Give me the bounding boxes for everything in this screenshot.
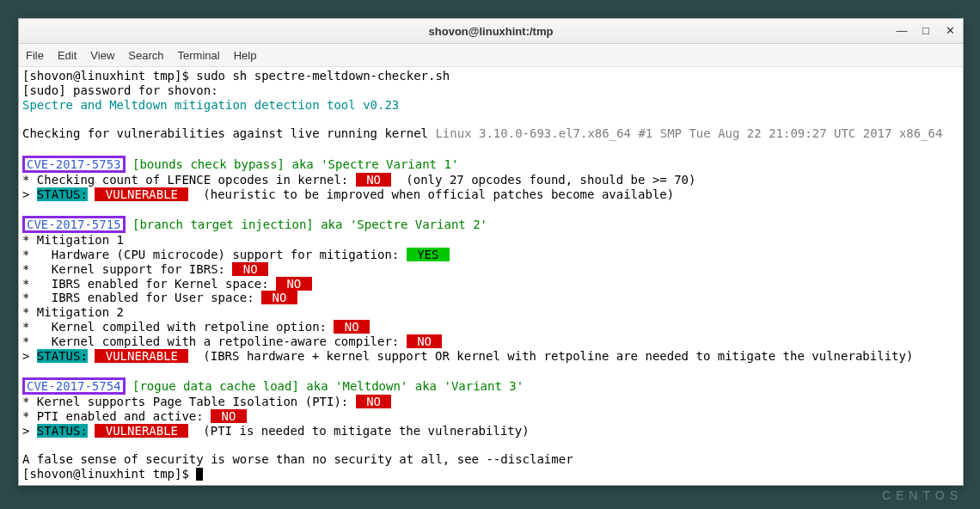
badge-yes: YES xyxy=(407,248,450,261)
command: sudo sh spectre-meltdown-checker.sh xyxy=(196,69,450,83)
cve-desc: [bounds check bypass] aka 'Spectre Varia… xyxy=(132,157,458,171)
kernel-version: Linux 3.10.0-693.el7.x86_64 #1 SMP Tue A… xyxy=(435,126,942,140)
badge-vulnerable: VULNERABLE xyxy=(95,349,188,363)
cve-highlight-box: CVE-2017-5754 xyxy=(22,377,126,395)
desktop-brand: CENTOS xyxy=(882,488,963,502)
menu-terminal[interactable]: Terminal xyxy=(178,49,220,62)
status-note: (heuristic to be improved when official … xyxy=(188,187,674,201)
badge-no: NO xyxy=(261,291,297,304)
prompt: [shovon@linuxhint tmp]$ xyxy=(22,69,196,83)
badge-vulnerable: VULNERABLE xyxy=(95,424,188,438)
badge-no: NO xyxy=(356,173,392,187)
check-note: (only 27 opcodes found, should be >= 70) xyxy=(391,173,695,187)
status-label: STATUS: xyxy=(37,187,88,201)
check-line: * Kernel supports Page Table Isolation (… xyxy=(22,395,356,408)
badge-no: NO xyxy=(334,320,370,334)
window-title: shovon@linuxhint:/tmp xyxy=(19,25,963,38)
minimize-button[interactable]: ― xyxy=(894,22,910,38)
status-note: (IBRS hardware + kernel support OR kerne… xyxy=(188,349,913,363)
check-line: * IBRS enabled for Kernel space: xyxy=(22,277,276,291)
status-label: STATUS: xyxy=(37,424,88,438)
cve-id: CVE-2017-5715 xyxy=(27,218,121,231)
check-line: * Checking count of LFENCE opcodes in ke… xyxy=(22,173,356,187)
check-text: Checking for vulnerabilities against liv… xyxy=(22,126,435,140)
terminal-window: shovon@linuxhint:/tmp ― □ ✕ File Edit Vi… xyxy=(18,18,964,486)
cve-id: CVE-2017-5754 xyxy=(27,379,121,393)
menu-view[interactable]: View xyxy=(90,49,114,62)
cve-desc: [branch target injection] aka 'Spectre V… xyxy=(132,218,487,231)
window-controls: ― □ ✕ xyxy=(894,22,958,38)
menu-file[interactable]: File xyxy=(26,49,44,62)
check-line: * Kernel compiled with a retpoline-aware… xyxy=(22,334,407,348)
badge-no: NO xyxy=(356,395,392,408)
cve-highlight-box: CVE-2017-5753 xyxy=(22,156,126,173)
check-line: * PTI enabled and active: xyxy=(22,409,211,423)
cve-id: CVE-2017-5753 xyxy=(27,157,121,171)
titlebar: shovon@linuxhint:/tmp ― □ ✕ xyxy=(19,19,963,44)
badge-no: NO xyxy=(211,409,247,423)
status-label: STATUS: xyxy=(37,349,88,363)
close-button[interactable]: ✕ xyxy=(942,22,958,38)
menu-edit[interactable]: Edit xyxy=(58,49,77,62)
badge-no: NO xyxy=(232,262,268,276)
check-line: * Kernel support for IBRS: xyxy=(22,262,232,276)
cve-desc: [rogue data cache load] aka 'Meltdown' a… xyxy=(132,379,524,393)
mitigation-header: * Mitigation 2 xyxy=(22,305,124,319)
menubar: File Edit View Search Terminal Help xyxy=(19,44,963,67)
disclaimer: A false sense of security is worse than … xyxy=(22,452,573,466)
badge-no: NO xyxy=(407,334,443,348)
status-prefix: > xyxy=(22,424,37,438)
check-line: * IBRS enabled for User space: xyxy=(22,291,261,304)
terminal-output[interactable]: [shovon@linuxhint tmp]$ sudo sh spectre-… xyxy=(19,67,963,485)
cursor xyxy=(196,468,203,481)
cve-highlight-box: CVE-2017-5715 xyxy=(22,216,126,233)
check-line: * Hardware (CPU microcode) support for m… xyxy=(22,248,407,261)
prompt: [shovon@linuxhint tmp]$ xyxy=(22,467,196,481)
menu-search[interactable]: Search xyxy=(128,49,163,62)
mitigation-header: * Mitigation 1 xyxy=(22,233,124,247)
menu-help[interactable]: Help xyxy=(234,49,257,62)
badge-no: NO xyxy=(276,277,312,291)
status-prefix: > xyxy=(22,187,37,201)
tool-header: Spectre and Meltdown mitigation detectio… xyxy=(22,98,399,112)
status-note: (PTI is needed to mitigate the vulnerabi… xyxy=(188,424,529,438)
check-line: * Kernel compiled with retpoline option: xyxy=(22,320,334,334)
badge-vulnerable: VULNERABLE xyxy=(95,187,188,201)
sudo-line: [sudo] password for shovon: xyxy=(22,83,218,97)
status-prefix: > xyxy=(22,349,37,363)
maximize-button[interactable]: □ xyxy=(918,22,934,38)
